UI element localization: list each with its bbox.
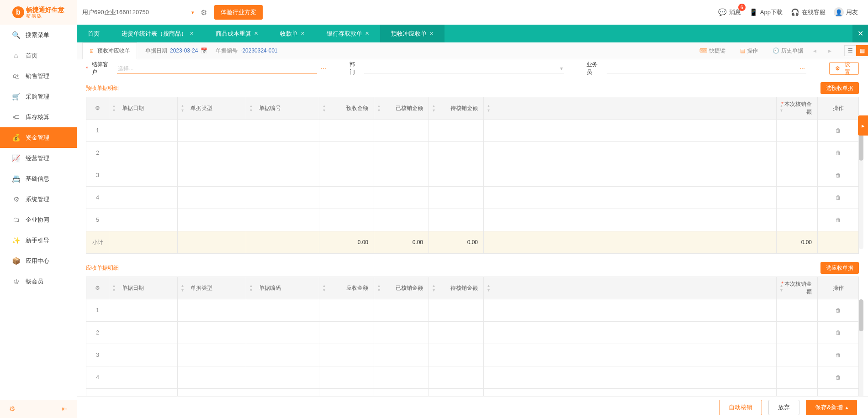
col-header[interactable]: ▴▾*本次核销金额 [777,97,818,120]
tab-close-icon[interactable]: ✕ [254,31,258,37]
table-row[interactable]: 2🗑 [86,322,859,344]
sidebar-icon: ⚙ [12,195,20,204]
delete-row-icon[interactable]: 🗑 [818,322,859,344]
table1-scrollbar[interactable] [859,120,863,249]
org-name: 用户690企业1660120750 [82,8,149,16]
col-header[interactable]: ▴▾单据类型 [178,97,246,120]
sidebar-item-11[interactable]: 📦应用中心 [0,251,77,271]
select-prepay-docs-button[interactable]: 选预收单据 [820,82,859,94]
tab-0[interactable]: 首页 [77,25,111,42]
gear-icon[interactable]: ⚙ [95,105,100,111]
col-header[interactable]: ▴▾ [484,97,777,120]
delete-row-icon[interactable]: 🗑 [818,187,859,209]
online-service-button[interactable]: 🎧 在线客服 [791,8,826,16]
col-header[interactable]: ▴▾应收金额 [319,277,374,299]
sidebar-item-2[interactable]: 🛍销售管理 [0,66,77,86]
col-header[interactable]: ▴▾已核销金额 [374,277,429,299]
sidebar-collapse-icon[interactable]: ⇤ [62,405,68,413]
tab-close-icon[interactable]: ✕ [429,31,434,37]
view-list-button[interactable]: ☰ [844,45,856,56]
sidebar-item-12[interactable]: ♔畅会员 [0,271,77,292]
delete-row-icon[interactable]: 🗑 [818,142,859,164]
tab-2[interactable]: 商品成本重算✕ [205,25,269,42]
tabs-close-all[interactable]: ✕ [852,25,868,42]
tab-close-icon[interactable]: ✕ [190,31,194,37]
sidebar-item-3[interactable]: 🛒采购管理 [0,86,77,107]
emp-select[interactable]: ⋯ [607,64,806,73]
sidebar-item-4[interactable]: 🏷库存核算 [0,107,77,127]
col-header[interactable]: ▴▾单据日期 [109,97,178,120]
sidebar-item-6[interactable]: 📈经营管理 [0,148,77,168]
tab-5[interactable]: 预收冲应收单✕ [380,25,445,42]
next-doc-button[interactable]: ▸ [826,47,833,54]
sidebar-item-1[interactable]: ⌂首页 [0,45,77,66]
col-header[interactable]: ▴▾单据编码 [246,277,319,299]
col-header[interactable]: ▴▾单据日期 [109,277,178,299]
user-menu[interactable]: 👤 用友 [834,7,858,17]
col-header[interactable]: ▴▾单据编号 [246,97,319,120]
doc-tab-active[interactable]: 🗎 预收冲应收单 [82,42,137,59]
table-row[interactable]: 1🗑 [86,299,859,322]
delete-row-icon[interactable]: 🗑 [818,209,859,231]
list-icon: ▤ [740,47,745,54]
table-row[interactable]: 4🗑 [86,366,859,389]
org-selector[interactable]: 用户690企业1660120750 ▾ [82,6,194,19]
col-header[interactable]: ▴▾单据类型 [178,277,246,299]
sort-icon: ▴▾ [323,104,325,113]
sidebar-settings-icon[interactable]: ⚙ [9,405,15,413]
history-link[interactable]: 🕘历史单据 [773,47,803,55]
shortcut-link[interactable]: ⌨快捷键 [699,47,725,55]
col-header[interactable]: ▴▾已核销金额 [374,97,429,120]
delete-row-icon[interactable]: 🗑 [818,120,859,142]
table-row[interactable]: 2🗑 [86,142,859,164]
customer-input[interactable] [117,64,317,73]
col-header[interactable]: 操作 [818,277,859,299]
sidebar-item-8[interactable]: ⚙系统管理 [0,189,77,209]
tab-close-icon[interactable]: ✕ [365,31,369,37]
col-header[interactable]: ▴▾待核销金额 [429,277,484,299]
customer-more-icon[interactable]: ⋯ [321,65,327,72]
try-plan-button[interactable]: 体验行业方案 [214,5,263,20]
delete-row-icon[interactable]: 🗑 [818,164,859,187]
view-form-button[interactable]: ▦ [856,45,868,56]
select-receivable-docs-button[interactable]: 选应收单据 [820,262,859,274]
sidebar-item-7[interactable]: 📇基础信息 [0,168,77,189]
table-row[interactable]: 5🗑 [86,209,859,231]
tab-close-icon[interactable]: ✕ [301,31,305,37]
sidebar-item-0[interactable]: 🔍搜索菜单 [0,25,77,45]
col-header[interactable]: ▴▾待核销金额 [429,97,484,120]
delete-row-icon[interactable]: 🗑 [818,366,859,389]
messages-button[interactable]: 💬 消息 6 [718,8,741,16]
tab-3[interactable]: 收款单✕ [269,25,316,42]
table-row[interactable]: 1🗑 [86,120,859,142]
table-row[interactable]: 3🗑 [86,344,859,366]
tab-1[interactable]: 进货单统计表（按商品）✕ [111,25,205,42]
hdr-date-value[interactable]: 2023-03-24 [170,47,198,54]
col-header[interactable]: ▴▾*本次核销金额 [777,277,818,299]
calendar-icon[interactable]: 📅 [201,47,207,54]
table-row[interactable]: 4🗑 [86,187,859,209]
action-link[interactable]: ▤操作 [740,47,758,55]
prev-doc-button[interactable]: ◂ [811,47,818,54]
auto-writeoff-button[interactable]: 自动核销 [719,400,762,415]
save-and-new-button[interactable]: 保存&新增▴ [806,400,857,415]
table-row[interactable]: 3🗑 [86,164,859,187]
col-header[interactable]: ▴▾ [484,277,777,299]
sidebar-item-5[interactable]: 💰资金管理 [0,127,77,148]
col-header[interactable]: 操作 [818,97,859,120]
headset-icon: 🎧 [791,8,799,16]
app-download-button[interactable]: 📱 App下载 [749,8,783,16]
sidebar-item-9[interactable]: 🗂企业协同 [0,209,77,230]
col-header[interactable]: ▴▾预收金额 [319,97,374,120]
dept-select[interactable]: ▾ [364,64,564,73]
settings-button[interactable]: ⚙设置 [829,62,859,75]
delete-row-icon[interactable]: 🗑 [818,299,859,322]
delete-row-icon[interactable]: 🗑 [818,344,859,366]
sidebar-item-10[interactable]: ✨新手引导 [0,230,77,251]
discard-button[interactable]: 放弃 [768,400,799,415]
tab-4[interactable]: 银行存取款单✕ [316,25,380,42]
table2-scrollbar[interactable] [859,299,863,407]
org-settings-icon[interactable]: ⚙ [201,8,207,17]
gear-icon[interactable]: ⚙ [95,285,100,291]
right-dock-button[interactable]: ▸ [858,115,868,136]
